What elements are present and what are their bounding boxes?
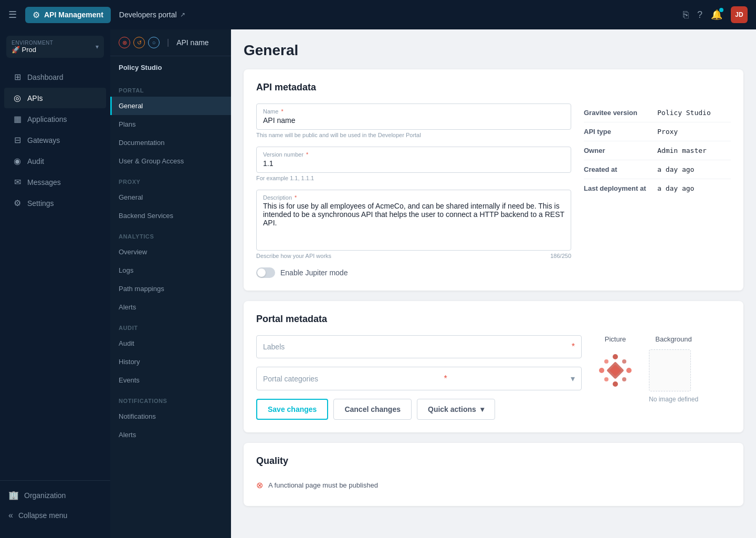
no-image-text: No image defined — [649, 396, 698, 403]
audit-icon: ◉ — [13, 156, 22, 166]
ctx-menu-notifications[interactable]: Notifications — [110, 407, 231, 426]
section-label-analytics: Analytics — [110, 225, 231, 243]
api-metadata-card: API metadata Name * This name w — [244, 69, 743, 291]
sidebar-item-audit[interactable]: ◉ Audit — [4, 151, 106, 171]
dashboard-icon: ⊞ — [13, 72, 22, 82]
picture-col: Picture — [594, 335, 636, 420]
copy-icon[interactable]: ⎘ — [683, 9, 689, 20]
main-content: General API metadata Name * — [231, 29, 756, 538]
collapse-menu-item[interactable]: « Collapse menu — [4, 505, 106, 525]
sidebar-item-apis[interactable]: ◎ APIs — [4, 88, 106, 108]
help-icon[interactable]: ? — [697, 9, 702, 20]
portal-form: Labels * Portal categories * ▾ Save chan… — [256, 335, 582, 420]
ctx-menu-proxy-general[interactable]: General — [110, 188, 231, 206]
ctx-icon-circle[interactable]: ○ — [148, 37, 160, 48]
notification-dot — [719, 8, 723, 12]
settings-icon: ⚙ — [13, 198, 22, 208]
ctx-menu-logs[interactable]: Logs — [110, 261, 231, 280]
avatar[interactable]: JD — [731, 6, 748, 23]
notification-icon[interactable]: 🔔 — [711, 9, 722, 20]
cancel-changes-button[interactable]: Cancel changes — [333, 399, 412, 420]
form-main: Name * This name will be public and will… — [256, 104, 571, 278]
menu-icon[interactable]: ☰ — [8, 9, 17, 20]
sidebar-item-settings[interactable]: ⚙ Settings — [4, 193, 106, 213]
context-header: ⊗ ↺ ○ | API name — [110, 29, 231, 56]
quick-actions-chevron-icon: ▾ — [480, 405, 484, 413]
background-placeholder[interactable] — [649, 349, 691, 391]
quick-actions-button[interactable]: Quick actions ▾ — [417, 399, 495, 420]
meta-row-owner: Owner Admin master — [584, 141, 731, 160]
api-picture[interactable] — [594, 349, 636, 391]
portal-media: Picture — [594, 335, 731, 420]
categories-select[interactable]: Portal categories * ▾ — [256, 367, 582, 390]
organization-item[interactable]: 🏢 Organization — [4, 485, 106, 505]
sidebar-item-dashboard[interactable]: ⊞ Dashboard — [4, 67, 106, 87]
ctx-menu-notif-alerts[interactable]: Alerts — [110, 426, 231, 444]
categories-required: * — [444, 374, 447, 384]
name-required: * — [281, 108, 283, 115]
ctx-menu-audit[interactable]: Audit — [110, 334, 231, 353]
ctx-menu-overview[interactable]: Overview — [110, 243, 231, 261]
ctx-menu-user-group-access[interactable]: User & Group Access — [110, 152, 231, 170]
api-metadata-form-grid: Name * This name will be public and will… — [256, 104, 731, 278]
ctx-menu-path-mappings[interactable]: Path mappings — [110, 280, 231, 298]
form-meta: Gravitee version Policy Studio API type … — [584, 104, 731, 278]
portal-link[interactable]: Developers portal ↗ — [119, 11, 185, 19]
quality-card: Quality ⊗ A functional page must be publ… — [244, 443, 743, 506]
gateways-icon: ⊟ — [13, 135, 22, 145]
description-field: Description * This is for use by all emp… — [256, 190, 571, 251]
api-metadata-title: API metadata — [256, 82, 731, 93]
ctx-menu-documentation[interactable]: Documentation — [110, 133, 231, 152]
categories-label: Portal categories — [263, 375, 318, 383]
background-col: Background No image defined — [649, 335, 698, 420]
quality-title: Quality — [256, 456, 731, 467]
section-label-portal: Portal — [110, 79, 231, 97]
description-required: * — [295, 194, 297, 201]
sidebar-item-applications[interactable]: ▦ Applications — [4, 109, 106, 129]
ctx-menu-events[interactable]: Events — [110, 371, 231, 389]
ctx-menu-history[interactable]: History — [110, 353, 231, 371]
sidebar-item-gateways[interactable]: ⊟ Gateways — [4, 130, 106, 150]
context-icons: ⊗ ↺ ○ — [119, 37, 160, 48]
description-label: Description * — [263, 194, 564, 201]
api-picture-svg — [594, 349, 636, 391]
meta-row-gravitee: Gravitee version Policy Studio — [584, 104, 731, 122]
ctx-menu-backend-services[interactable]: Backend Services — [110, 206, 231, 225]
left-sidebar: Environment 🚀 Prod ▾ ⊞ Dashboard ◎ APIs … — [0, 29, 110, 538]
version-input[interactable] — [263, 159, 564, 168]
portal-metadata-title: Portal metadata — [256, 314, 731, 325]
applications-icon: ▦ — [13, 114, 22, 124]
svg-point-5 — [599, 368, 604, 373]
main-layout: Environment 🚀 Prod ▾ ⊞ Dashboard ◎ APIs … — [0, 29, 756, 538]
ctx-icon-stop[interactable]: ⊗ — [119, 37, 130, 48]
context-sidebar: ⊗ ↺ ○ | API name Policy Studio Portal Ge… — [110, 29, 231, 538]
ctx-icon-refresh[interactable]: ↺ — [133, 37, 145, 48]
sidebar-item-messages[interactable]: ✉ Messages — [4, 172, 106, 192]
description-textarea[interactable]: This is for use by all employees of Acme… — [263, 202, 564, 244]
section-label-audit: Audit — [110, 316, 231, 334]
brand-button[interactable]: ⚙ API Management — [25, 7, 111, 23]
toggle-knob — [257, 268, 266, 277]
svg-point-7 — [604, 377, 608, 381]
jupiter-toggle[interactable] — [256, 267, 275, 278]
ctx-menu-plans[interactable]: Plans — [110, 115, 231, 133]
ctx-menu-analytics-alerts[interactable]: Alerts — [110, 298, 231, 316]
warning-icon: ⊗ — [256, 480, 263, 490]
name-input[interactable] — [263, 116, 564, 125]
quality-row-1: ⊗ A functional page must be published — [256, 477, 731, 493]
labels-required: * — [572, 342, 575, 351]
description-hint: Describe how your API works 186/250 — [256, 253, 571, 259]
portal-metadata-card: Portal metadata Labels * Portal categori… — [244, 301, 743, 432]
top-nav: ☰ ⚙ API Management Developers portal ↗ ⎘… — [0, 0, 756, 29]
policy-studio-link[interactable]: Policy Studio — [110, 56, 231, 79]
jupiter-toggle-label: Enable Jupiter mode — [280, 268, 348, 277]
save-changes-button[interactable]: Save changes — [256, 399, 328, 420]
meta-row-created-at: Created at a day ago — [584, 160, 731, 179]
apis-icon: ◎ — [13, 93, 22, 103]
meta-row-last-deployment: Last deployment at a day ago — [584, 179, 731, 198]
ctx-menu-general[interactable]: General — [110, 97, 231, 115]
collapse-label: Collapse menu — [18, 511, 67, 520]
environment-selector[interactable]: Environment 🚀 Prod ▾ — [6, 36, 104, 58]
version-form-group: Version number * For example 1.1, 1.1.1 — [256, 147, 571, 181]
labels-select[interactable]: Labels * — [256, 335, 582, 358]
